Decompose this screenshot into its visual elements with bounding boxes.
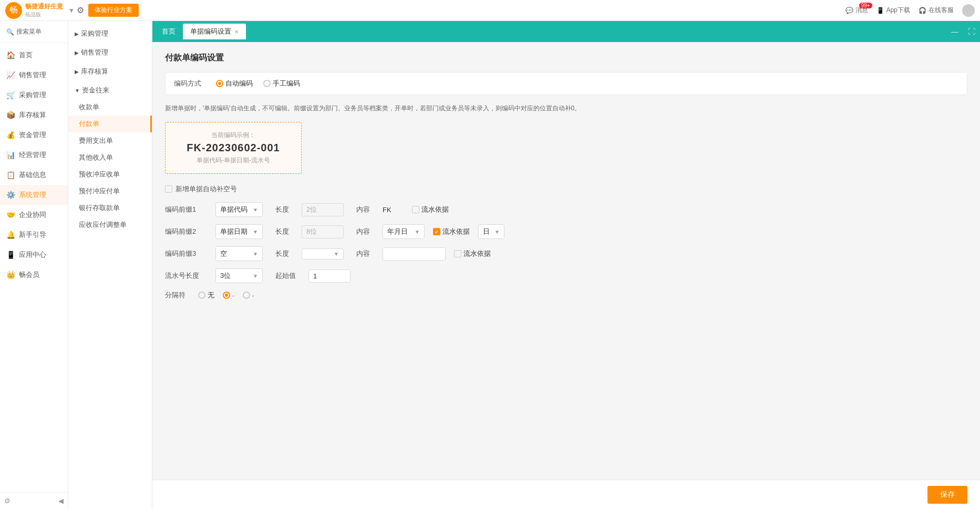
prefix1-row: 编码前缀1 单据代码 ▼ 长度 内容 FK 流水依据	[165, 202, 967, 217]
sidebar-search: 🔍 搜索菜单	[0, 21, 68, 43]
page-content: 付款单编码设置 编码方式 自动编码 手工编码 新增单据时，'单据编码'自动生成，…	[152, 42, 980, 480]
tab-maximize-button[interactable]: ⛶	[965, 25, 978, 38]
sidebar-item-system[interactable]: ⚙️ 系统管理	[0, 185, 68, 205]
prefix2-stream-label: 流水依据	[442, 227, 470, 236]
prefix2-stream-unit-value: 日	[483, 227, 490, 236]
tab-home[interactable]: 首页	[154, 24, 183, 39]
prefix1-select[interactable]: 单据代码 ▼	[215, 202, 263, 217]
sidebar-item-label: 系统管理	[19, 190, 46, 200]
prefix2-select[interactable]: 单据日期 ▼	[215, 224, 263, 239]
sidebar-item-sales[interactable]: 📈 销售管理	[0, 65, 68, 85]
enterprise-icon: 🤝	[6, 211, 15, 219]
serial-start-input[interactable]	[308, 269, 350, 283]
prefix2-stream-checkbox[interactable]: ✓	[433, 228, 440, 235]
prefix3-content-input[interactable]	[383, 247, 446, 261]
chevron-right-icon: ▶	[75, 69, 79, 75]
radio-auto-encode[interactable]: 自动编码	[216, 79, 253, 88]
sidebar-item-member[interactable]: 👑 畅会员	[0, 265, 68, 285]
sidebar-item-enterprise[interactable]: 🤝 企业协同	[0, 205, 68, 225]
sec-item-pre-collect[interactable]: 预收冲应收单	[68, 166, 152, 183]
serial-select[interactable]: 3位 ▼	[215, 268, 263, 283]
app-download-item[interactable]: 📱 App下载	[876, 6, 910, 15]
home-icon: 🏠	[6, 51, 15, 59]
sec-group-capital-title[interactable]: ▼ 资金往来	[68, 82, 152, 99]
trial-button[interactable]: 体验行业方案	[88, 4, 139, 17]
tab-bar-left: 首页 单据编码设置 ✕	[154, 24, 246, 39]
sec-item-other-income[interactable]: 其他收入单	[68, 149, 152, 166]
sep-radio-dash[interactable]: ·	[243, 292, 254, 299]
serial-label: 流水号长度	[165, 271, 207, 281]
sec-group-sales-title[interactable]: ▶ 销售管理	[68, 44, 152, 61]
sidebar-item-label: 基础信息	[19, 170, 46, 180]
nav-dropdown[interactable]: ▼ ⚙	[68, 5, 84, 15]
prefix3-select[interactable]: 空 ▼	[215, 246, 263, 261]
tab-minimize-button[interactable]: —	[948, 25, 961, 38]
sec-item-receipt[interactable]: 收款单	[68, 99, 152, 116]
service-item[interactable]: 🎧 在线客服	[919, 6, 954, 15]
separator-row: 分隔符 无 · ·	[165, 290, 967, 300]
sec-group-inventory-title[interactable]: ▶ 库存核算	[68, 63, 152, 80]
page-title: 付款单编码设置	[165, 53, 967, 64]
auto-fill-label: 新增单据自动补空号	[176, 184, 237, 194]
preview-desc: 单据代码-单据日期-流水号	[178, 156, 288, 165]
sidebar-item-label: 经营管理	[19, 150, 46, 160]
radio-manual-encode[interactable]: 手工编码	[263, 79, 300, 88]
sec-group-capital: ▼ 资金往来 收款单 付款单 费用支出单 其他收入单 预收冲应收单 预付冲应付单…	[68, 82, 152, 233]
collapse-icon[interactable]: ◀	[58, 497, 64, 505]
serial-value: 3位	[220, 271, 231, 281]
auto-fill-row: 新增单据自动补空号	[165, 184, 967, 194]
basic-icon: 📋	[6, 171, 15, 179]
logo-text: 畅捷通好生意 拓品版	[25, 2, 63, 18]
prefix2-stream-unit-select[interactable]: 日 ▼	[478, 224, 504, 239]
prefix3-length-select[interactable]: ▼	[302, 248, 344, 259]
chevron-right-icon: ▶	[75, 50, 79, 56]
sidebar-item-label: 畅会员	[19, 270, 39, 279]
sep-dash-dot	[243, 292, 250, 299]
prefix2-chevron-icon: ▼	[253, 229, 258, 235]
prefix3-label: 编码前缀3	[165, 249, 207, 258]
secondary-sidebar: ▶ 采购管理 ▶ 销售管理 ▶ 库存核算 ▼ 资金往来 收款单 付款单 费用支出…	[68, 21, 152, 509]
encoding-label: 编码方式	[174, 79, 201, 88]
sidebar-item-finance[interactable]: 💰 资金管理	[0, 125, 68, 145]
tab-bar: 首页 单据编码设置 ✕ — ⛶	[152, 21, 980, 42]
prefix1-length-label: 长度	[275, 205, 289, 214]
message-item[interactable]: 💬 消息 99+	[845, 6, 868, 15]
prefix3-stream-checkbox[interactable]	[454, 250, 461, 257]
search-menu-button[interactable]: 🔍 搜索菜单	[4, 25, 64, 38]
sidebar-item-basic[interactable]: 📋 基础信息	[0, 165, 68, 185]
sec-item-bank[interactable]: 银行存取款单	[68, 200, 152, 216]
prefix1-stream-label: 流水依据	[421, 205, 449, 214]
sidebar-item-label: 新手引导	[19, 230, 46, 240]
save-button[interactable]: 保存	[927, 486, 967, 504]
sep-radio-dot[interactable]: ·	[223, 292, 234, 299]
tab-encoding-settings[interactable]: 单据编码设置 ✕	[183, 24, 246, 39]
main-layout: 🔍 搜索菜单 🏠 首页 📈 销售管理 🛒 采购管理 📦 库存核算 💰	[0, 21, 980, 509]
prefix3-length-chevron-icon: ▼	[334, 251, 339, 257]
sec-group-purchase-title[interactable]: ▶ 采购管理	[68, 25, 152, 42]
prefix2-value: 单据日期	[220, 227, 247, 236]
gear-icon[interactable]: ⚙	[77, 5, 84, 15]
sidebar-item-inventory[interactable]: 📦 库存核算	[0, 105, 68, 125]
sidebar-item-guide[interactable]: 🔔 新手引导	[0, 225, 68, 245]
sep-radio-none[interactable]: 无	[198, 290, 214, 300]
sidebar-item-home[interactable]: 🏠 首页	[0, 45, 68, 65]
sidebar-item-purchase[interactable]: 🛒 采购管理	[0, 85, 68, 105]
settings-icon[interactable]: ⚙	[4, 497, 11, 505]
prefix2-content-select[interactable]: 年月日 ▼	[383, 224, 425, 239]
sidebar-item-apps[interactable]: 📱 应用中心	[0, 245, 68, 265]
prefix1-stream-checkbox[interactable]	[412, 206, 419, 213]
radio-manual-label: 手工编码	[273, 79, 300, 88]
chevron-down-icon: ▼	[75, 88, 80, 94]
serial-start-label: 起始值	[275, 271, 296, 281]
auto-fill-checkbox[interactable]	[165, 185, 172, 193]
sec-item-expense[interactable]: 费用支出单	[68, 132, 152, 149]
preview-code: FK-20230602-001	[178, 142, 288, 154]
sec-item-payment[interactable]: 付款单	[68, 116, 152, 132]
user-avatar[interactable]	[962, 4, 975, 17]
finance-icon: 💰	[6, 131, 15, 139]
sec-item-adjust[interactable]: 应收应付调整单	[68, 216, 152, 233]
prefix2-row: 编码前缀2 单据日期 ▼ 长度 内容 年月日 ▼ ✓ 流水依据	[165, 224, 967, 239]
tab-close-icon[interactable]: ✕	[234, 29, 239, 35]
sec-item-pre-pay[interactable]: 预付冲应付单	[68, 183, 152, 200]
sidebar-item-operations[interactable]: 📊 经营管理	[0, 145, 68, 165]
